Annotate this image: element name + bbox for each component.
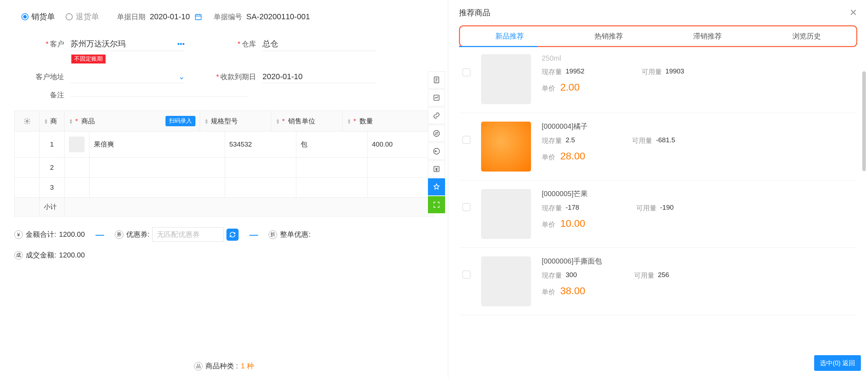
customer-field[interactable]: 苏州万达沃尔玛 •••: [71, 37, 185, 51]
subtotal-label: 小计: [40, 198, 65, 216]
chevron-down-icon: ⌄: [178, 72, 185, 81]
row-qty: 400.00: [368, 132, 410, 157]
rec-item-title: [0000004]橘子: [542, 122, 854, 131]
sort-icon: ▲▼: [276, 118, 280, 124]
tool-currency-icon[interactable]: [428, 160, 445, 178]
avail-value: -190: [660, 204, 674, 213]
address-field[interactable]: ⌄: [71, 71, 185, 83]
tool-return-icon[interactable]: [428, 143, 445, 160]
rec-item-title: [0000006]手撕面包: [542, 256, 854, 266]
stock-value: 2.5: [566, 136, 575, 145]
rec-item-checkbox[interactable]: [463, 203, 470, 211]
stock-value: -178: [566, 204, 579, 213]
final-icon: 成: [14, 251, 23, 260]
price-value: 38.00: [560, 285, 585, 297]
warehouse-field[interactable]: 总仓: [262, 37, 377, 51]
dash-icon: —: [249, 230, 258, 240]
table-row[interactable]: 1果倍爽534532包400.00: [15, 132, 433, 158]
tool-swap-icon[interactable]: [428, 125, 445, 142]
more-icon[interactable]: •••: [177, 40, 185, 48]
rec-item-image: [481, 256, 531, 306]
col-img[interactable]: ▲▼商: [40, 111, 65, 131]
rec-item-title: 250ml: [542, 54, 854, 62]
tool-chart-icon[interactable]: [428, 89, 445, 106]
tool-link-icon[interactable]: [428, 107, 445, 124]
rec-tab-new[interactable]: 新品推荐: [460, 31, 559, 41]
row-unit: [296, 158, 368, 177]
tab-sales-order[interactable]: 销货单: [21, 11, 55, 22]
sort-icon: ▲▼: [44, 118, 48, 124]
table-row[interactable]: 2: [15, 158, 433, 178]
rec-item-checkbox[interactable]: [463, 68, 470, 76]
rec-item-checkbox[interactable]: [463, 271, 470, 279]
table-row[interactable]: 3: [15, 178, 433, 198]
recommend-item: [0000005]芒果现存量-178可用量-190单价10.00: [459, 180, 857, 248]
kind-value: 1 种: [241, 361, 254, 371]
amount-value: 1200.00: [59, 230, 85, 239]
price-value: 28.00: [560, 150, 585, 162]
rec-item-image: [481, 122, 531, 172]
stock-value: 19952: [566, 67, 584, 77]
table-settings-button[interactable]: [15, 111, 40, 131]
col-qty[interactable]: ▲▼*数量: [343, 111, 386, 131]
avail-label: 可用量: [632, 136, 652, 145]
items-table: ▲▼商 ▲▼*商品扫码录入 ▲▼规格型号 ▲▼*销售单位 ▲▼*数量 1果倍爽5…: [14, 111, 434, 216]
amount-label: 金额合计:: [26, 230, 56, 239]
refresh-button[interactable]: [226, 229, 239, 241]
calendar-icon[interactable]: [194, 13, 202, 21]
row-qty: [368, 178, 410, 197]
avail-value: 256: [658, 271, 669, 280]
close-icon[interactable]: ✕: [849, 7, 857, 18]
recommend-tabs: 新品推荐 热销推荐 滞销推荐 浏览历史: [459, 25, 857, 47]
kind-label: 商品种类 :: [205, 361, 238, 371]
scrollbar[interactable]: [862, 71, 866, 171]
rec-tab-history[interactable]: 浏览历史: [757, 31, 856, 41]
coupon-input[interactable]: 无匹配优惠券: [152, 227, 224, 242]
row-index: 3: [40, 178, 65, 197]
stock-value: 300: [566, 271, 577, 280]
recommend-item: 250ml现存量19952可用量19903单价2.00: [459, 54, 857, 113]
radio-icon: [21, 13, 29, 20]
radio-icon: [66, 13, 73, 20]
rec-tab-slow[interactable]: 滞销推荐: [658, 31, 757, 41]
doc-no-value: SA-20200110-001: [246, 12, 310, 21]
row-spec: [225, 178, 296, 197]
tool-notes-icon[interactable]: [428, 71, 445, 88]
address-label: 客户地址: [36, 73, 64, 81]
due-field[interactable]: 2020-01-10: [262, 71, 377, 83]
yen-icon: ¥: [14, 230, 23, 239]
rec-item-checkbox[interactable]: [463, 136, 470, 144]
discount-icon: 折: [269, 230, 277, 239]
avail-label: 可用量: [642, 67, 662, 77]
row-unit: [296, 178, 368, 197]
rec-item-title: [0000005]芒果: [542, 189, 854, 199]
avail-label: 可用量: [636, 204, 657, 213]
row-name: [90, 178, 225, 197]
price-value: 2.00: [560, 82, 580, 93]
kind-icon: 品: [194, 362, 203, 371]
tool-star-icon[interactable]: [428, 178, 445, 195]
price-label: 单价: [542, 220, 555, 229]
due-value: 2020-01-10: [262, 72, 303, 81]
svg-rect-0: [195, 15, 201, 20]
remark-field[interactable]: [71, 93, 249, 97]
selected-return-button[interactable]: 选中(0) 返回: [814, 355, 861, 371]
col-name[interactable]: ▲▼*商品扫码录入: [65, 111, 200, 131]
coupon-icon: 券: [115, 230, 123, 239]
price-value: 10.00: [560, 218, 585, 229]
scan-entry-button[interactable]: 扫码录入: [165, 116, 195, 126]
doc-no-label: 单据编号: [214, 12, 242, 22]
rec-tab-hot[interactable]: 热销推荐: [559, 31, 658, 41]
col-spec[interactable]: ▲▼规格型号: [200, 111, 271, 131]
col-unit[interactable]: ▲▼*销售单位: [271, 111, 343, 131]
tab-label: 销货单: [31, 11, 55, 22]
avail-label: 可用量: [634, 271, 654, 280]
discount-label: 整单优惠:: [280, 230, 311, 239]
row-name: [90, 158, 225, 177]
doc-date-value[interactable]: 2020-01-10: [150, 12, 190, 21]
rec-item-image: [481, 189, 531, 239]
tool-expand-icon[interactable]: [428, 196, 445, 213]
price-label: 单价: [542, 84, 555, 93]
row-qty: [368, 158, 410, 177]
tab-return-order[interactable]: 退货单: [66, 11, 99, 22]
